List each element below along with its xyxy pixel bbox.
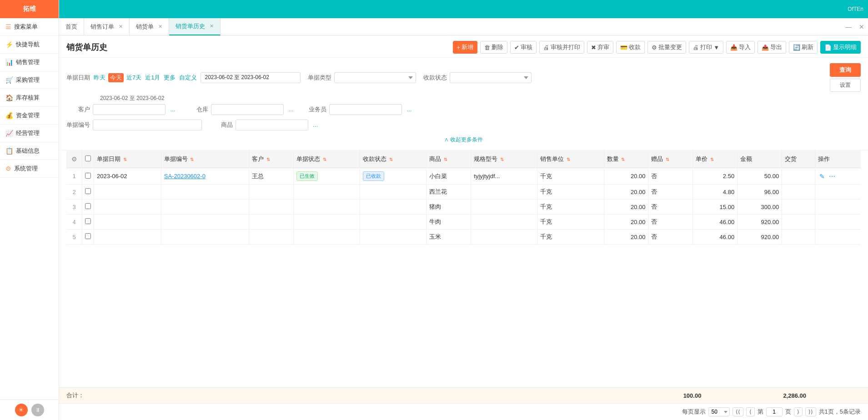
select-all-checkbox[interactable] xyxy=(85,155,91,161)
sidebar-item-basic-info[interactable]: 📋 基础信息 xyxy=(0,142,59,160)
shortcut-7days[interactable]: 近7天 xyxy=(125,74,142,82)
sidebar-item-search-menu[interactable]: ☰ 搜索菜单 xyxy=(0,18,59,36)
sidebar-item-sales-mgmt[interactable]: 📊 销售管理 xyxy=(0,54,59,71)
col-settings[interactable]: ⚙ xyxy=(66,150,82,168)
show-detail-button[interactable]: 📄 显示明细 xyxy=(820,41,861,54)
window-close-btn[interactable]: ✕ xyxy=(855,23,868,30)
doc-number-input[interactable] xyxy=(93,120,202,130)
row-checkbox[interactable] xyxy=(85,203,91,209)
sort-number-icon[interactable]: ⇅ xyxy=(190,157,194,162)
shortcut-more[interactable]: 更多 xyxy=(163,74,176,82)
sidebar-item-inventory[interactable]: 🏠 库存核算 xyxy=(0,89,59,107)
sidebar-item-finance-mgmt[interactable]: 💰 资金管理 xyxy=(0,107,59,125)
warehouse-input[interactable] xyxy=(211,104,284,115)
sort-date-icon[interactable]: ⇅ xyxy=(123,157,127,162)
cell-customer xyxy=(249,200,294,215)
tab-sales-order[interactable]: 销售订单 ✕ xyxy=(84,18,130,35)
tab-home[interactable]: 首页 xyxy=(59,18,84,35)
sidebar-item-operations-mgmt[interactable]: 📈 经营管理 xyxy=(0,125,59,142)
shortcut-today[interactable]: 今天 xyxy=(108,73,124,82)
sidebar-item-label: 系统管理 xyxy=(14,165,38,173)
tab-sales-delivery-close[interactable]: ✕ xyxy=(158,24,162,30)
page-last-btn[interactable]: ⟩⟩ xyxy=(805,407,816,416)
sort-gift-icon[interactable]: ⇅ xyxy=(666,157,669,162)
cell-qty: 20.00 xyxy=(604,168,648,185)
tab-sales-history[interactable]: 销货单历史 ✕ xyxy=(169,18,221,35)
delete-icon: 🗑 xyxy=(484,44,490,51)
doc-number-link[interactable]: SA-20230602-0 xyxy=(164,173,206,180)
shortcut-1month[interactable]: 近1月 xyxy=(144,74,161,82)
tab-sales-order-close[interactable]: ✕ xyxy=(119,24,123,30)
page-next-btn[interactable]: ⟩ xyxy=(794,407,803,416)
print-button[interactable]: 🖨 打印 ▼ xyxy=(689,41,723,54)
doc-type-select[interactable] xyxy=(334,72,416,83)
col-doc-status: 单据状态 ⇅ xyxy=(294,150,360,168)
filter-group-goods: 商品 … xyxy=(209,120,320,130)
sort-unit-icon[interactable]: ⇅ xyxy=(567,157,570,162)
row-checkbox[interactable] xyxy=(85,173,91,179)
batch-change-button[interactable]: ⚙ 批量变更 xyxy=(647,41,686,54)
cell-delivery xyxy=(782,215,815,230)
goods-input[interactable] xyxy=(236,120,308,130)
cell-payment-status: 已收款 xyxy=(360,168,426,185)
cell-payment-status xyxy=(360,185,426,200)
edit-action-icon[interactable]: ✎ xyxy=(819,173,825,180)
payment-status-select[interactable] xyxy=(450,72,532,83)
customer-ellipsis-btn[interactable]: … xyxy=(168,106,177,113)
refresh-button[interactable]: 🔄 刷新 xyxy=(789,41,818,54)
settings-gear-icon[interactable]: ⚙ xyxy=(69,154,79,164)
query-button[interactable]: 查询 xyxy=(830,63,861,77)
cell-spec xyxy=(471,230,537,245)
sort-doc-status-icon[interactable]: ⇅ xyxy=(323,157,326,162)
export-button[interactable]: 📤 导出 xyxy=(758,41,786,54)
page-prev-btn[interactable]: ⟨ xyxy=(746,407,755,416)
customer-input[interactable] xyxy=(93,104,166,115)
cell-gift: 否 xyxy=(648,200,693,215)
new-button[interactable]: + 新增 xyxy=(453,41,478,54)
abandon-button[interactable]: ✖ 弃审 xyxy=(587,41,613,54)
sort-spec-icon[interactable]: ⇅ xyxy=(500,157,504,162)
salesperson-input[interactable] xyxy=(329,104,402,115)
salesperson-ellipsis-btn[interactable]: … xyxy=(405,106,414,113)
cell-actions xyxy=(815,185,861,200)
sidebar-item-quick-nav[interactable]: ⚡ 快捷导航 xyxy=(0,36,59,54)
more-action-icon[interactable]: ⋯ xyxy=(829,173,835,180)
warehouse-ellipsis-btn[interactable]: … xyxy=(286,106,296,113)
cell-price: 46.00 xyxy=(693,215,738,230)
sidebar-bottom-btn-1[interactable]: ☀ xyxy=(15,404,28,416)
col-gift: 赠品 ⇅ xyxy=(648,150,693,168)
collect-button[interactable]: 💳 收款 xyxy=(616,41,645,54)
page-first-btn[interactable]: ⟨⟨ xyxy=(733,407,743,416)
sort-customer-icon[interactable]: ⇅ xyxy=(266,157,270,162)
filter-group-payment-status: 收款状态 xyxy=(423,72,532,83)
sidebar-item-system-mgmt[interactable]: ⚙ 系统管理 xyxy=(0,160,59,178)
sort-qty-icon[interactable]: ⇅ xyxy=(621,157,625,162)
tab-sales-history-close[interactable]: ✕ xyxy=(210,23,214,29)
sort-goods-icon[interactable]: ⇅ xyxy=(444,157,447,162)
page-input[interactable] xyxy=(766,407,783,416)
row-checkbox[interactable] xyxy=(85,188,91,194)
audit-print-button[interactable]: 🖨 审核并打印 xyxy=(539,41,584,54)
import-button[interactable]: 📥 导入 xyxy=(726,41,755,54)
filter-group-warehouse: 仓库 … xyxy=(185,104,296,115)
sidebar-item-purchase-mgmt[interactable]: 🛒 采购管理 xyxy=(0,71,59,89)
row-checkbox[interactable] xyxy=(85,233,91,239)
sidebar-bottom-btn-2[interactable]: ⏸ xyxy=(31,404,44,416)
sort-payment-status-icon[interactable]: ⇅ xyxy=(389,157,393,162)
cell-actions: ✎ ⋯ xyxy=(815,168,861,185)
shortcut-yesterday[interactable]: 昨天 xyxy=(93,74,106,82)
page-size-select[interactable]: 20 50 100 xyxy=(708,407,730,416)
audit-button[interactable]: ✔ 审核 xyxy=(510,41,537,54)
settings-button[interactable]: 设置 xyxy=(830,79,861,92)
date-display-value: 2023-06-02 至 2023-06-02 xyxy=(100,95,164,102)
filter-collapse-btn[interactable]: ∧ 收起更多条件 xyxy=(441,135,487,145)
tab-sales-delivery[interactable]: 销货单 ✕ xyxy=(130,18,169,35)
shortcut-custom[interactable]: 自定义 xyxy=(178,74,198,82)
cell-number[interactable]: SA-20230602-0 xyxy=(161,168,249,185)
goods-ellipsis-btn[interactable]: … xyxy=(311,122,320,128)
row-checkbox[interactable] xyxy=(85,218,91,224)
sort-price-icon[interactable]: ⇅ xyxy=(710,157,714,162)
date-range-input[interactable]: 2023-06-02 至 2023-06-02 xyxy=(201,72,301,83)
window-minimize-btn[interactable]: — xyxy=(842,23,855,30)
delete-button[interactable]: 🗑 删除 xyxy=(480,41,507,54)
